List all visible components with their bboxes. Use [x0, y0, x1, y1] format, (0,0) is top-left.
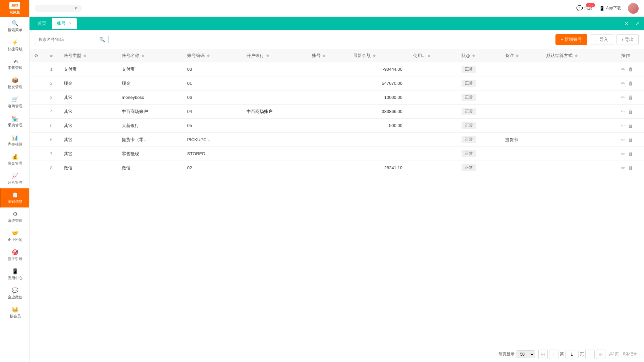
account-search-box[interactable]: 🔍	[35, 35, 109, 44]
sidebar-item-quick-nav[interactable]: ⚡ 快捷导航	[0, 36, 29, 55]
sidebar-item-app-center[interactable]: 📱 应用中心	[0, 265, 29, 284]
row-account-no	[308, 76, 349, 90]
col-usage[interactable]: 使用...	[409, 49, 458, 62]
next-page-button[interactable]: ›	[585, 350, 595, 359]
last-page-button[interactable]: ⏭	[596, 350, 605, 359]
col-remark[interactable]: 备注	[501, 49, 542, 62]
sidebar-item-basic-info[interactable]: 📋 基础信息	[0, 188, 29, 207]
topbar-search-box[interactable]: ▼	[35, 5, 82, 12]
page-number-input[interactable]	[565, 351, 579, 358]
import-label: 导入	[599, 37, 608, 43]
import-icon: ↓	[596, 37, 598, 42]
row-account-no	[308, 147, 349, 161]
sidebar-item-purchase[interactable]: 🏪 采购管理	[0, 112, 29, 131]
sidebar-item-retail[interactable]: 🛍 零售管理	[0, 55, 29, 74]
sidebar-icon-quick-nav: ⚡	[12, 39, 18, 46]
export-button[interactable]: ↑ 导出	[616, 34, 639, 45]
edit-button[interactable]: ✏	[621, 151, 626, 157]
tab-account-label: 账号	[57, 20, 66, 26]
row-bank	[243, 161, 308, 175]
tab-home[interactable]: 首页	[32, 18, 52, 29]
row-account-code: 02	[183, 161, 243, 175]
row-num: 6	[43, 133, 60, 147]
delete-button[interactable]: 🗑	[628, 123, 633, 128]
row-default-settlement	[542, 119, 617, 133]
sidebar-item-operations[interactable]: 📈 经营管理	[0, 169, 29, 188]
first-page-button[interactable]: ⏮	[538, 350, 548, 359]
message-badge: 99+	[586, 3, 595, 7]
sidebar-item-inventory[interactable]: 📊 库存核算	[0, 131, 29, 150]
row-account-no	[308, 90, 349, 105]
edit-button[interactable]: ✏	[621, 165, 626, 171]
col-settings[interactable]: ⚙	[30, 49, 43, 62]
row-status: 正常	[458, 119, 501, 133]
sidebar-label-app-center: 应用中心	[8, 276, 22, 281]
col-balance[interactable]: 最新余额	[349, 49, 409, 62]
user-avatar[interactable]	[628, 3, 639, 14]
sidebar-icon-member: 👑	[12, 306, 18, 313]
edit-button[interactable]: ✏	[621, 123, 626, 129]
edit-button[interactable]: ✏	[621, 80, 626, 86]
sidebar-item-search-menu[interactable]: 🔍 搜索菜单	[0, 17, 29, 36]
edit-button[interactable]: ✏	[621, 137, 626, 143]
tab-bar-actions: ✕ ⤢	[623, 19, 641, 27]
app-download-button[interactable]: 📱 App下载	[599, 5, 621, 11]
sidebar-label-basic-info: 基础信息	[8, 199, 22, 204]
status-badge: 正常	[462, 136, 476, 143]
sidebar-item-newbie[interactable]: 🎯 新手引导	[0, 246, 29, 265]
message-button[interactable]: 💬 消息 99+	[576, 5, 592, 11]
sidebar-label-inventory: 库存核算	[8, 142, 22, 147]
col-bank[interactable]: 开户银行	[243, 49, 308, 62]
edit-button[interactable]: ✏	[621, 95, 626, 101]
row-remark	[501, 90, 542, 105]
delete-button[interactable]: 🗑	[628, 109, 633, 114]
col-account-no[interactable]: 账号	[308, 49, 349, 62]
delete-button[interactable]: 🗑	[628, 137, 633, 142]
import-button[interactable]: ↓ 导入	[591, 34, 613, 45]
row-num: 7	[43, 147, 60, 161]
row-status: 正常	[458, 76, 501, 90]
status-badge: 正常	[462, 94, 476, 101]
row-status: 正常	[458, 105, 501, 119]
sidebar-label-search-menu: 搜索菜单	[8, 27, 22, 33]
col-account-name[interactable]: 账号名称	[118, 49, 183, 62]
sidebar-label-enterprise: 企业协同	[8, 237, 22, 242]
edit-button[interactable]: ✏	[621, 109, 626, 115]
tab-maximize-icon[interactable]: ⤢	[633, 19, 641, 27]
account-search-input[interactable]	[39, 37, 97, 42]
sidebar-item-wechat[interactable]: 💬 企业微信	[0, 284, 29, 303]
new-account-button[interactable]: + 新增账号	[555, 34, 587, 45]
delete-button[interactable]: 🗑	[628, 95, 633, 100]
tab-close-all-icon[interactable]: ✕	[623, 19, 631, 27]
col-status[interactable]: 状态	[458, 49, 501, 62]
prev-page-button[interactable]: ‹	[549, 350, 558, 359]
per-page-select[interactable]: 50 100 200	[517, 350, 535, 358]
col-account-type[interactable]: 账号类型	[60, 49, 118, 62]
delete-button[interactable]: 🗑	[628, 165, 633, 171]
sidebar-item-ecommerce[interactable]: 🛒 电商管理	[0, 93, 29, 112]
sidebar-item-enterprise[interactable]: 🤝 企业协同	[0, 227, 29, 246]
sidebar-label-member: 畅会员	[10, 314, 21, 319]
edit-button[interactable]: ✏	[621, 66, 626, 72]
delete-button[interactable]: 🗑	[628, 66, 633, 72]
row-usage	[409, 76, 458, 90]
page-suffix: 页	[580, 351, 584, 357]
sidebar-item-system[interactable]: ⚙ 系统管理	[0, 207, 29, 227]
delete-button[interactable]: 🗑	[628, 80, 633, 86]
row-remark	[501, 105, 542, 119]
delete-button[interactable]: 🗑	[628, 151, 633, 157]
per-page-selector: 每页显示 50 100 200	[498, 350, 535, 358]
col-account-code[interactable]: 账号编码	[183, 49, 243, 62]
col-default-settlement[interactable]: 默认结算方式	[542, 49, 617, 62]
sidebar-item-wholesale[interactable]: 📦 批发管理	[0, 74, 29, 93]
row-settings	[30, 119, 43, 133]
sidebar-item-finance[interactable]: 💰 资金管理	[0, 150, 29, 169]
topbar-search-input[interactable]	[39, 6, 74, 11]
sidebar-item-member[interactable]: 👑 畅会员	[0, 303, 29, 322]
tab-account[interactable]: 账号 ×	[52, 18, 77, 29]
row-num: 2	[43, 76, 60, 90]
tab-bar: 首页 账号 × ✕ ⤢	[30, 17, 644, 30]
row-default-settlement	[542, 147, 617, 161]
row-status: 正常	[458, 90, 501, 105]
tab-close-icon[interactable]: ×	[69, 21, 71, 26]
